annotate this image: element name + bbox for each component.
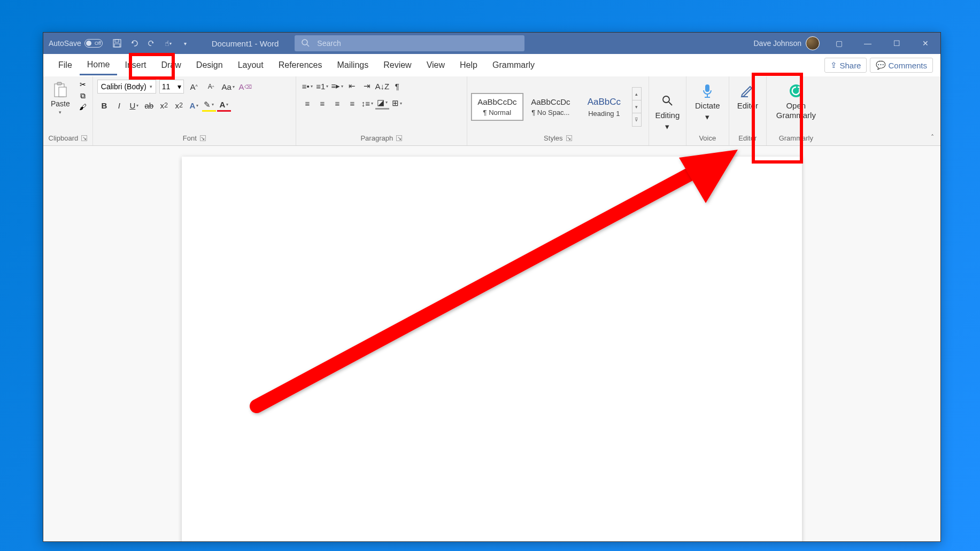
paragraph-launcher[interactable]: ↘ — [396, 135, 402, 141]
tab-file[interactable]: File — [51, 56, 80, 74]
dictate-label: Dictate — [695, 101, 720, 110]
paste-button[interactable]: Paste ▾ — [48, 80, 73, 117]
editing-label: Editing — [655, 111, 680, 120]
font-size-select[interactable]: 11▾ — [159, 80, 184, 94]
styles-expand[interactable]: ⊽ — [632, 113, 641, 126]
search-input[interactable] — [317, 39, 518, 48]
comments-button[interactable]: 💬Comments — [870, 58, 933, 73]
tab-draw[interactable]: Draw — [153, 56, 188, 74]
tab-insert[interactable]: Insert — [117, 56, 153, 74]
word-window: AutoSave Off ☝︎▾ ▾ Document1 - Word Dave… — [43, 32, 941, 542]
page[interactable] — [182, 157, 802, 541]
italic-button[interactable]: I — [112, 99, 126, 112]
touch-mode-icon[interactable]: ☝︎▾ — [164, 38, 173, 48]
maximize-icon[interactable]: ☐ — [887, 39, 906, 48]
clipboard-launcher[interactable]: ↘ — [81, 135, 87, 141]
increase-indent-button[interactable]: ⇥ — [360, 80, 374, 92]
tab-layout[interactable]: Layout — [230, 56, 271, 74]
superscript-button[interactable]: x2 — [172, 99, 186, 112]
paste-icon — [52, 82, 68, 98]
align-left-button[interactable]: ≡ — [300, 97, 314, 110]
autosave-label: AutoSave — [49, 39, 81, 48]
svg-point-8 — [663, 96, 669, 103]
group-font: Calibri (Body)▾ 11▾ A^ A^ Aa A⌫ B I U ab… — [93, 76, 296, 145]
subscript-button[interactable]: x2 — [157, 99, 171, 112]
tab-grammarly[interactable]: Grammarly — [485, 56, 542, 74]
styles-up[interactable]: ▴ — [632, 88, 641, 100]
redo-icon[interactable] — [146, 38, 156, 48]
chevron-down-icon: ▾ — [59, 110, 61, 115]
numbering-button[interactable]: ≡1 — [315, 80, 329, 92]
customize-qat-icon[interactable]: ▾ — [181, 38, 190, 48]
copy-icon[interactable]: ⧉ — [78, 91, 88, 100]
text-effects-button[interactable]: A — [187, 99, 201, 112]
tab-view[interactable]: View — [419, 56, 452, 74]
line-spacing-button[interactable]: ↕≡ — [360, 97, 374, 110]
tab-home[interactable]: Home — [80, 56, 118, 75]
editing-button[interactable]: Editing ▾ — [653, 80, 682, 144]
tab-references[interactable]: References — [271, 56, 330, 74]
shading-button[interactable]: ◪ — [375, 97, 389, 110]
tab-design[interactable]: Design — [189, 56, 230, 74]
avatar — [806, 36, 820, 50]
styles-down[interactable]: ▾ — [632, 100, 641, 113]
format-painter-icon[interactable]: 🖌 — [78, 102, 88, 112]
tab-help[interactable]: Help — [452, 56, 485, 74]
bullets-button[interactable]: ≡• — [300, 80, 314, 92]
search-box[interactable] — [295, 35, 524, 51]
close-icon[interactable]: ✕ — [916, 39, 935, 48]
change-case-button[interactable]: Aa — [221, 80, 235, 93]
search-icon — [301, 38, 310, 49]
editor-button[interactable]: Editor — [734, 80, 762, 134]
ribbon-tabs: File Home Insert Draw Design Layout Refe… — [43, 54, 940, 76]
align-right-button[interactable]: ≡ — [330, 97, 344, 110]
styles-gallery-arrows: ▴ ▾ ⊽ — [632, 87, 642, 127]
clear-formatting-button[interactable]: A⌫ — [238, 80, 252, 93]
group-editing: Editing ▾ — [649, 76, 686, 145]
grammarly-icon — [788, 83, 804, 99]
strikethrough-button[interactable]: ab — [142, 99, 156, 112]
style-heading1[interactable]: AaBbCc Heading 1 — [578, 93, 630, 121]
font-name-select[interactable]: Calibri (Body)▾ — [97, 80, 156, 94]
tab-review[interactable]: Review — [376, 56, 419, 74]
bold-button[interactable]: B — [97, 99, 111, 112]
group-voice: Dictate ▾ Voice — [686, 76, 729, 145]
group-paragraph-label: Paragraph — [360, 134, 393, 142]
highlight-color-button[interactable]: ✎ — [202, 99, 216, 112]
underline-button[interactable]: U — [127, 99, 141, 112]
autosave-toggle[interactable]: AutoSave Off — [49, 39, 103, 48]
svg-rect-2 — [114, 44, 120, 47]
svg-line-4 — [307, 44, 309, 46]
paste-label: Paste — [51, 99, 70, 108]
show-marks-button[interactable]: ¶ — [390, 80, 404, 92]
autosave-state[interactable]: Off — [84, 39, 103, 48]
share-button[interactable]: ⇪Share — [824, 58, 867, 73]
styles-launcher[interactable]: ↘ — [566, 135, 572, 141]
editor-label: Editor — [737, 101, 758, 110]
tab-mailings[interactable]: Mailings — [330, 56, 376, 74]
collapse-ribbon-button[interactable]: ˄ — [931, 134, 934, 141]
dictate-button[interactable]: Dictate ▾ — [691, 80, 724, 134]
shrink-font-button[interactable]: A^ — [204, 80, 218, 93]
undo-icon[interactable] — [129, 38, 139, 48]
style-no-spacing[interactable]: AaBbCcDc ¶ No Spac... — [525, 94, 576, 120]
open-grammarly-button[interactable]: Open Grammarly — [771, 80, 821, 134]
user-account[interactable]: Dave Johnson — [753, 36, 820, 50]
titlebar: AutoSave Off ☝︎▾ ▾ Document1 - Word Dave… — [43, 33, 940, 54]
save-icon[interactable] — [112, 38, 122, 48]
cut-icon[interactable]: ✂ — [78, 80, 88, 89]
multilevel-list-button[interactable]: ≡▸ — [330, 80, 344, 92]
document-area — [43, 146, 940, 541]
align-center-button[interactable]: ≡ — [315, 97, 329, 110]
minimize-icon[interactable]: ― — [858, 39, 877, 48]
grow-font-button[interactable]: A^ — [187, 80, 201, 93]
ribbon: Paste ▾ ✂ ⧉ 🖌 Clipboard↘ Calibri (Body)▾… — [43, 76, 940, 146]
style-normal[interactable]: AaBbCcDc ¶ Normal — [472, 94, 523, 120]
sort-button[interactable]: A↓Z — [375, 80, 389, 92]
justify-button[interactable]: ≡ — [345, 97, 359, 110]
borders-button[interactable]: ⊞ — [390, 97, 404, 110]
ribbon-display-icon[interactable]: ▢ — [829, 39, 848, 48]
font-color-button[interactable]: A — [217, 99, 231, 112]
font-launcher[interactable]: ↘ — [200, 135, 206, 141]
decrease-indent-button[interactable]: ⇤ — [345, 80, 359, 92]
